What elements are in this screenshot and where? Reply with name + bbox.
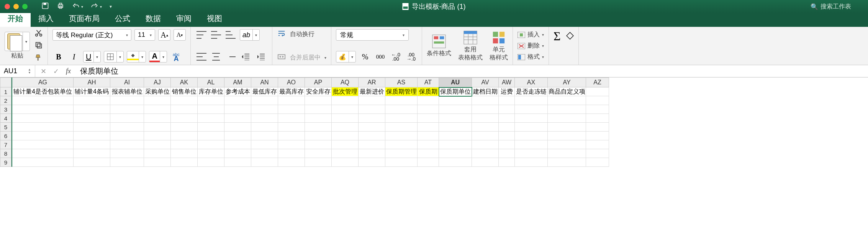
column-header-AZ[interactable]: AZ <box>586 77 609 87</box>
cell[interactable] <box>278 158 305 167</box>
column-header-AU[interactable]: AU <box>439 77 472 87</box>
cell[interactable] <box>144 149 171 158</box>
tab-data[interactable]: 数据 <box>138 11 169 27</box>
cell[interactable] <box>144 132 171 140</box>
cell[interactable] <box>359 140 385 149</box>
cell[interactable] <box>251 123 278 132</box>
delete-cells-button[interactable]: 删除▾ <box>518 42 544 50</box>
cell[interactable] <box>251 158 278 167</box>
font-name-select[interactable]: 等线 Regular (正文)▾ <box>52 29 131 41</box>
format-painter-button[interactable] <box>34 53 43 63</box>
cell[interactable] <box>198 132 224 140</box>
cell[interactable] <box>332 149 359 158</box>
cell[interactable]: 安全库存 <box>305 87 332 96</box>
cell-styles-button[interactable]: 单元 格样式 <box>490 30 508 62</box>
comma-button[interactable]: 000 <box>374 51 387 63</box>
cell[interactable] <box>586 114 609 123</box>
cell[interactable] <box>332 158 359 167</box>
cell[interactable] <box>472 105 499 114</box>
increase-decimal-button[interactable]: ←.0.00 <box>390 51 402 63</box>
cell[interactable] <box>499 96 515 105</box>
column-header-AM[interactable]: AM <box>224 77 251 87</box>
tab-review[interactable]: 审阅 <box>169 11 199 27</box>
cell[interactable]: 商品自定义项 <box>548 87 586 96</box>
format-as-table-button[interactable]: 套用 表格格式 <box>458 30 483 62</box>
cell[interactable] <box>278 149 305 158</box>
cell[interactable] <box>472 132 499 140</box>
row-header-2[interactable]: 2 <box>0 96 11 105</box>
cell[interactable] <box>305 96 332 105</box>
column-header-AL[interactable]: AL <box>198 77 224 87</box>
cell[interactable]: 参考成本 <box>224 87 251 96</box>
column-header-AG[interactable]: AG <box>12 77 74 87</box>
cell[interactable] <box>439 132 472 140</box>
cell[interactable] <box>224 96 251 105</box>
column-header-AV[interactable]: AV <box>472 77 499 87</box>
increase-indent-button[interactable] <box>255 51 267 63</box>
cell[interactable] <box>385 105 418 114</box>
cell[interactable]: 是否走冻链 <box>515 87 548 96</box>
align-center-button[interactable] <box>210 51 222 63</box>
conditional-format-button[interactable]: 条件格式 <box>427 34 451 58</box>
cell[interactable] <box>171 158 198 167</box>
cell[interactable] <box>224 105 251 114</box>
cell[interactable] <box>515 114 548 123</box>
cell[interactable] <box>418 149 439 158</box>
cell[interactable] <box>548 105 586 114</box>
cut-button[interactable] <box>34 29 43 39</box>
row-header-8[interactable]: 8 <box>0 149 11 158</box>
cell[interactable] <box>499 158 515 167</box>
italic-button[interactable]: I <box>68 51 80 63</box>
cell[interactable] <box>515 132 548 140</box>
row-header-5[interactable]: 5 <box>0 123 11 132</box>
cell[interactable] <box>586 149 609 158</box>
cell[interactable] <box>198 149 224 158</box>
font-size-select[interactable]: 11▾ <box>134 29 155 41</box>
print-icon[interactable] <box>57 2 64 11</box>
cell[interactable] <box>305 123 332 132</box>
cell[interactable] <box>12 123 74 132</box>
cell[interactable] <box>548 132 586 140</box>
borders-button[interactable]: ▾ <box>104 51 124 63</box>
column-header-AR[interactable]: AR <box>359 77 385 87</box>
cell[interactable] <box>515 105 548 114</box>
cell[interactable]: 最高库存 <box>278 87 305 96</box>
cell[interactable] <box>499 149 515 158</box>
cell[interactable] <box>74 105 110 114</box>
align-bottom-button[interactable] <box>224 29 237 41</box>
cell[interactable] <box>515 158 548 167</box>
cell[interactable] <box>586 105 609 114</box>
cell[interactable] <box>198 96 224 105</box>
column-header-AQ[interactable]: AQ <box>332 77 359 87</box>
currency-button[interactable]: 💰▾ <box>336 51 356 63</box>
cell[interactable] <box>171 149 198 158</box>
cell[interactable] <box>472 114 499 123</box>
cell[interactable] <box>305 114 332 123</box>
cell[interactable] <box>278 140 305 149</box>
row-header-6[interactable]: 6 <box>0 132 11 140</box>
bold-button[interactable]: B <box>52 51 65 63</box>
cell[interactable] <box>385 158 418 167</box>
cell[interactable] <box>110 123 144 132</box>
cell[interactable] <box>332 140 359 149</box>
cell[interactable] <box>278 114 305 123</box>
cell[interactable] <box>198 158 224 167</box>
cell[interactable]: 最新进价 <box>359 87 385 96</box>
tab-view[interactable]: 视图 <box>199 11 230 27</box>
column-header-AH[interactable]: AH <box>74 77 110 87</box>
cell[interactable]: 批次管理 <box>332 87 359 96</box>
cell[interactable] <box>305 158 332 167</box>
copy-button[interactable] <box>34 41 43 51</box>
cell[interactable] <box>110 158 144 167</box>
cell[interactable] <box>251 132 278 140</box>
cell[interactable]: 建档日期 <box>472 87 499 96</box>
cell[interactable]: 库存单位 <box>198 87 224 96</box>
increase-font-button[interactable]: A▴ <box>158 29 170 41</box>
tab-page-layout[interactable]: 页面布局 <box>61 11 107 27</box>
cell[interactable]: 保质期 <box>418 87 439 96</box>
autosum-button[interactable]: Σ <box>554 29 561 43</box>
cell[interactable] <box>171 114 198 123</box>
cell[interactable] <box>74 114 110 123</box>
column-header-AS[interactable]: AS <box>385 77 418 87</box>
search-input[interactable] <box>821 3 863 10</box>
